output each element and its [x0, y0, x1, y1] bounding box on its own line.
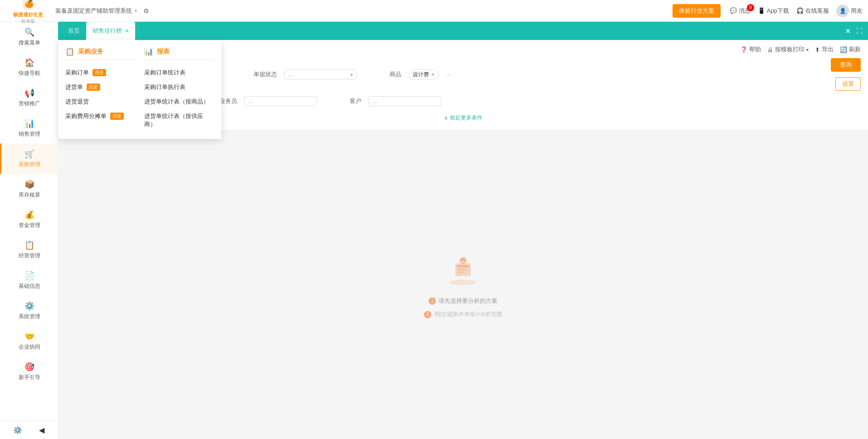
sidebar-item-sales[interactable]: 📊 销售管理	[0, 113, 58, 143]
query-button[interactable]: 查询	[831, 58, 861, 72]
export-btn[interactable]: ⬆ 导出	[815, 45, 834, 54]
goods-tag-close-icon[interactable]: ✕	[431, 72, 435, 78]
app-download-btn[interactable]: 📱 App下载	[758, 7, 789, 15]
sidebar-settings-icon[interactable]: ⚙️	[13, 426, 22, 434]
customer-select[interactable]: ...	[369, 96, 441, 106]
sidebar-label-marketing: 营销推广	[19, 100, 40, 108]
user-area[interactable]: 👤 用友	[836, 5, 863, 17]
menu-col-purchase-title: 📋 采购业务	[65, 47, 135, 60]
menu-item-inbound-stats-by-goods[interactable]: 进货单统计表（按商品）	[144, 94, 214, 109]
inbound-stats-supplier-label: 进货单统计表（按供应商）	[144, 112, 214, 128]
tab-home[interactable]: 首页	[62, 22, 86, 40]
customer-placeholder: ...	[373, 98, 437, 104]
purchase-icon: 🛒	[24, 149, 34, 159]
collapse-btn[interactable]: ∧ 收起更多条件	[441, 111, 485, 124]
voucher-status-label: 单据状态	[254, 70, 277, 79]
tab-home-label: 首页	[68, 27, 80, 35]
sidebar-item-finance[interactable]: 💰 资金管理	[0, 204, 58, 235]
refresh-btn[interactable]: 🔄 刷新	[840, 45, 861, 54]
sidebar-label-finance: 资金管理	[19, 222, 40, 229]
menu-item-purchase-order[interactable]: 采购订单 历史	[65, 65, 135, 80]
sidebar-label-system: 系统管理	[19, 313, 40, 321]
sidebar-label-enterprise: 企业协同	[19, 343, 40, 351]
purchase-fee-label: 采购费用分摊单	[65, 112, 107, 120]
online-service-label: 在线客服	[805, 7, 829, 15]
help-label: 帮助	[749, 45, 761, 54]
app-download-label: App下载	[767, 7, 789, 15]
sidebar-item-purchase[interactable]: 🛒 采购管理	[0, 143, 58, 174]
sidebar-item-system[interactable]: ⚙️ 系统管理	[0, 296, 58, 326]
set-button[interactable]: 设置	[835, 77, 861, 91]
menu-item-purchase-fee[interactable]: 采购费用分摊单 历史	[65, 109, 135, 123]
menu-item-purchase-order-exec[interactable]: 采购订单执行表	[144, 80, 214, 94]
message-icon: 💬	[730, 7, 737, 14]
sidebar-label-search: 搜索菜单	[19, 39, 40, 47]
marketing-icon: 📢	[24, 88, 34, 98]
sidebar-label-sales: 销售管理	[19, 130, 40, 138]
tab-bar-close-btn[interactable]: ✕	[841, 27, 854, 35]
purchase-fee-hist: 历史	[110, 113, 124, 120]
system-title-dropdown[interactable]: ▾	[135, 8, 137, 13]
inventory-icon: 📦	[24, 179, 34, 189]
user-label: 用友	[851, 7, 863, 15]
print-btn[interactable]: 🖨 按模板打印 ▾	[767, 45, 809, 54]
goods-more-dots[interactable]: ···	[446, 71, 451, 78]
svg-text:🍊: 🍊	[24, 0, 34, 8]
user-avatar: 👤	[836, 5, 849, 17]
sidebar-item-operations[interactable]: 📋 经营管理	[0, 235, 58, 265]
collapse-label: 收起更多条件	[450, 114, 483, 122]
purchase-ops-title: 采购业务	[78, 48, 103, 56]
sidebar-item-quick-nav[interactable]: 🏠 快捷导航	[0, 52, 58, 83]
sidebar-label-operations: 经营管理	[19, 252, 40, 260]
tip2-text: 用[过滤]条件来缩小分析范围	[434, 311, 502, 318]
svg-point-7	[459, 257, 467, 264]
export-label: 导出	[822, 45, 834, 54]
sidebar-item-guide[interactable]: 🎯 新手引导	[0, 356, 58, 387]
empty-tip1: 1 请先选择要分析的方案	[429, 297, 497, 305]
sidebar-item-enterprise[interactable]: 🤝 企业协同	[0, 326, 58, 356]
logo-icon: 🍊	[21, 0, 35, 11]
tab-sales-rank[interactable]: 销售排行榜 ✕	[86, 22, 135, 40]
message-btn[interactable]: 💬 消息 9	[730, 7, 751, 15]
sidebar-label-basic-info: 基础信息	[19, 282, 40, 290]
menu-item-inbound-stats-by-supplier[interactable]: 进货单统计表（按供应商）	[144, 109, 214, 132]
menu-item-inbound[interactable]: 进货单 历史	[65, 80, 135, 94]
system-title-text: 装备及固定资产辅助管理系统	[55, 7, 132, 15]
print-icon: 🖨	[767, 46, 773, 53]
salesperson-select[interactable]: ...	[244, 96, 317, 106]
top-right-area: 💬 消息 9 📱 App下载 🎧 在线客服 👤 用友	[730, 5, 863, 17]
help-icon: ❓	[740, 46, 747, 53]
sidebar-item-basic-info[interactable]: 📄 基础信息	[0, 265, 58, 296]
sidebar-item-search[interactable]: 🔍 搜索菜单	[0, 22, 58, 52]
sidebar-collapse-icon[interactable]: ◀	[39, 426, 44, 434]
menu-item-purchase-order-stats[interactable]: 采购订单统计表	[144, 65, 214, 80]
goods-label: 商品	[390, 70, 401, 79]
online-service-btn[interactable]: 🎧 在线客服	[796, 7, 829, 15]
voucher-status-dropdown-icon: ▾	[351, 72, 353, 77]
empty-tip2: 2 用[过滤]条件来缩小分析范围	[424, 311, 502, 318]
sidebar-label-quick-nav: 快捷导航	[19, 69, 40, 77]
sidebar-item-marketing[interactable]: 📢 营销推广	[0, 83, 58, 113]
empty-state: 1 请先选择要分析的方案 2 用[过滤]条件来缩小分析范围	[58, 130, 868, 439]
system-icon: ⚙️	[24, 301, 34, 311]
system-settings-icon[interactable]: ⚙	[140, 5, 152, 17]
industry-btn[interactable]: 体验行业方案	[673, 4, 721, 18]
sales-icon: 📊	[24, 118, 34, 128]
guide-icon: 🎯	[24, 362, 34, 372]
menu-col-purchase-ops: 📋 采购业务 采购订单 历史 进货单 历史 进货退货 采购费用分摊单 历史	[65, 47, 135, 132]
tab-close-icon[interactable]: ✕	[125, 28, 129, 34]
logo-area: 🍊 畅捷通好生意 标准版	[5, 0, 51, 25]
goods-tag[interactable]: 设计费 ✕	[409, 69, 439, 80]
voucher-status-select[interactable]: ... ▾	[284, 69, 357, 79]
sidebar: 🔍 搜索菜单 🏠 快捷导航 📢 营销推广 📊 销售管理 🛒 采购管理 📦	[0, 22, 58, 439]
tip1-text: 请先选择要分析的方案	[439, 297, 497, 305]
tab-bar-expand-btn[interactable]: ⛶	[854, 27, 864, 35]
collapse-up-icon: ∧	[444, 115, 448, 121]
customer-label: 客户	[350, 97, 361, 105]
sidebar-label-guide: 新手引导	[19, 374, 40, 381]
help-btn[interactable]: ❓ 帮助	[740, 45, 761, 54]
sidebar-item-inventory[interactable]: 📦 库存核算	[0, 174, 58, 204]
svg-rect-6	[457, 271, 464, 273]
sidebar-label-inventory: 库存核算	[19, 191, 40, 199]
menu-item-inbound-return[interactable]: 进货退货	[65, 94, 135, 109]
